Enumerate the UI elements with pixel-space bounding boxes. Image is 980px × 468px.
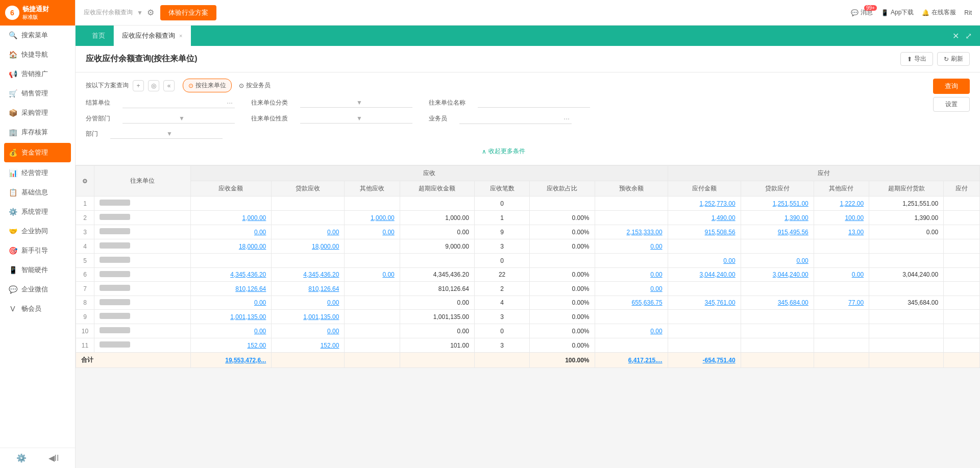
th-settings[interactable]: ⚙ <box>76 166 94 196</box>
row-cell[interactable] <box>668 310 741 324</box>
sidebar-item-quick-nav[interactable]: 🏠 快捷导航 <box>0 45 75 64</box>
collapse-btn[interactable]: ∧ 收起更多条件 <box>479 144 528 159</box>
row-cell[interactable] <box>814 239 869 254</box>
salesperson-ellipsis-icon[interactable]: ··· <box>564 114 570 122</box>
cell-link-value[interactable]: 2,153,333.00 <box>627 229 663 236</box>
cell-link-value[interactable]: 1,001,135.00 <box>303 313 339 321</box>
sidebar-collapse-btn[interactable]: ◀II <box>48 453 59 463</box>
row-cell[interactable]: 1,390.00 <box>741 211 814 225</box>
cell-link-value[interactable]: 345,684.00 <box>778 299 808 306</box>
dept-select[interactable]: ▼ <box>110 129 223 139</box>
row-cell[interactable] <box>595 254 668 268</box>
row-cell[interactable] <box>345 254 400 268</box>
filter-collapse-btn[interactable]: « <box>163 80 175 91</box>
row-cell[interactable]: 1,000.00 <box>345 211 400 225</box>
row-cell[interactable] <box>595 211 668 225</box>
row-cell[interactable] <box>814 282 869 296</box>
cell-link-value[interactable]: 0.00 <box>852 271 864 278</box>
cell-link-value[interactable]: 152.00 <box>248 342 266 349</box>
cell-link-value[interactable]: 915,508.56 <box>705 229 736 236</box>
row-cell[interactable]: 1,251,551.00 <box>741 196 814 211</box>
tab-ar-ap[interactable]: 应收应付余额查询 × <box>114 26 191 46</box>
row-cell[interactable] <box>345 196 400 211</box>
row-cell[interactable] <box>345 282 400 296</box>
row-cell[interactable]: 0.00 <box>272 324 345 338</box>
cell-link-value[interactable]: 0.00 <box>254 328 266 335</box>
row-cell[interactable] <box>741 324 814 338</box>
cell-link-value[interactable]: 1,251,551.00 <box>773 200 808 207</box>
cell-link-value[interactable]: 0.00 <box>650 271 662 278</box>
cell-link-value[interactable]: 18,000.00 <box>312 243 339 250</box>
partner-name-input[interactable] <box>478 98 590 108</box>
cell-link-value[interactable]: 0.00 <box>650 328 662 335</box>
cell-link-value[interactable]: 1,390.00 <box>785 214 808 221</box>
row-cell[interactable]: 152.00 <box>190 338 272 353</box>
row-cell[interactable]: 0.00 <box>595 282 668 296</box>
row-cell[interactable]: 0.00 <box>668 254 741 268</box>
sidebar-settings-btn[interactable]: ⚙️ <box>16 453 27 463</box>
row-cell[interactable] <box>814 254 869 268</box>
add-filter-btn[interactable]: + <box>133 80 144 91</box>
message-wrap[interactable]: 💬 消息 99+ <box>851 8 873 17</box>
cell-link-value[interactable]: 0.00 <box>723 257 735 264</box>
row-cell[interactable] <box>814 338 869 353</box>
row-cell[interactable]: 0.00 <box>345 225 400 239</box>
row-cell[interactable] <box>668 282 741 296</box>
cell-link-value[interactable]: 345,761.00 <box>705 299 736 306</box>
view-tab-by-salesperson[interactable]: ⊙ 按业务员 <box>234 79 276 92</box>
row-cell[interactable]: 1,001,135.00 <box>272 310 345 324</box>
row-cell[interactable] <box>741 338 814 353</box>
branch-dept-select[interactable]: ▼ <box>122 114 235 124</box>
app-download-link[interactable]: 📱 App下载 <box>881 8 914 17</box>
cell-link-value[interactable]: 4,345,436.20 <box>303 271 339 278</box>
row-cell[interactable]: 0.00 <box>345 268 400 282</box>
sidebar-item-basic-info[interactable]: 📋 基础信息 <box>0 183 75 202</box>
row-cell[interactable] <box>345 296 400 310</box>
row-cell[interactable]: 0.00 <box>272 296 345 310</box>
cell-link-value[interactable]: 3,044,240.00 <box>773 271 808 278</box>
sidebar-item-member[interactable]: V 畅会员 <box>0 299 75 318</box>
row-cell[interactable] <box>668 338 741 353</box>
sidebar-item-corp-collab[interactable]: 🤝 企业协同 <box>0 221 75 241</box>
cell-link-value[interactable]: 100.00 <box>845 214 864 221</box>
row-cell[interactable]: 3,044,240.00 <box>741 268 814 282</box>
row-cell[interactable]: 2,153,333.00 <box>595 225 668 239</box>
sidebar-item-marketing[interactable]: 📢 营销推广 <box>0 64 75 84</box>
cell-link-value[interactable]: 18,000.00 <box>239 243 266 250</box>
cell-link-value[interactable]: 1,001,135.00 <box>230 313 266 321</box>
row-cell[interactable]: 1,001,135.00 <box>190 310 272 324</box>
row-cell[interactable] <box>814 324 869 338</box>
sidebar-item-search-menu[interactable]: 🔍 搜索菜单 <box>0 26 75 45</box>
row-cell[interactable] <box>345 310 400 324</box>
setting-button[interactable]: 设置 <box>933 97 970 112</box>
row-cell[interactable]: 0.00 <box>190 296 272 310</box>
row-cell[interactable]: 655,636.75 <box>595 296 668 310</box>
row-cell[interactable]: 345,684.00 <box>741 296 814 310</box>
refresh-button[interactable]: ↻ 刷新 <box>937 52 970 66</box>
row-cell[interactable]: 18,000.00 <box>272 239 345 254</box>
cell-link-value[interactable]: 0.00 <box>327 229 339 236</box>
tab-close-window-icon[interactable]: ✕ <box>952 31 959 41</box>
row-cell[interactable] <box>190 196 272 211</box>
row-cell[interactable]: 0.00 <box>814 268 869 282</box>
row-cell[interactable]: 18,000.00 <box>190 239 272 254</box>
footer-ap-amount[interactable]: -654,751.40 <box>668 353 741 368</box>
cell-link-value[interactable]: 4,345,436.20 <box>230 271 266 278</box>
footer-ar-amount[interactable]: 19,553,472,6... <box>190 353 272 368</box>
cell-link-value[interactable]: 152.00 <box>321 342 339 349</box>
row-cell[interactable] <box>668 324 741 338</box>
row-cell[interactable]: 0.00 <box>190 225 272 239</box>
cell-link-value[interactable]: 0.00 <box>650 243 662 250</box>
row-cell[interactable] <box>814 310 869 324</box>
cell-link-value[interactable]: 0.00 <box>796 257 808 264</box>
sidebar-item-system[interactable]: ⚙️ 系统管理 <box>0 202 75 221</box>
row-cell[interactable]: 915,495.56 <box>741 225 814 239</box>
row-cell[interactable] <box>668 239 741 254</box>
row-cell[interactable] <box>595 338 668 353</box>
sidebar-item-smart-hw[interactable]: 📱 智能硬件 <box>0 260 75 280</box>
row-cell[interactable] <box>345 338 400 353</box>
salesperson-input[interactable]: ··· <box>459 113 572 124</box>
settlement-unit-field[interactable] <box>125 99 227 106</box>
sidebar-item-finance[interactable]: 💰 资金管理 <box>4 143 71 162</box>
cell-link-value[interactable]: 915,495.56 <box>778 229 808 236</box>
